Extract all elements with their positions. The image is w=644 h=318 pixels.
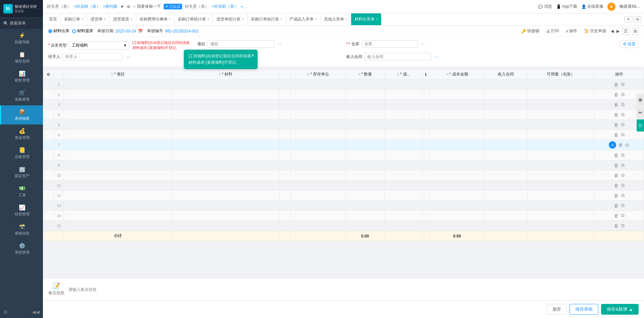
delete-row-btn[interactable]: 🗑 xyxy=(613,162,619,169)
copy-row-btn[interactable]: ⧉ xyxy=(621,202,625,209)
topbar-link6[interactable]: +... xyxy=(241,4,247,9)
delete-row-btn[interactable]: 🗑 xyxy=(613,81,619,88)
delete-row-btn[interactable]: 🗑 xyxy=(613,152,619,159)
print-btn[interactable]: 🖨 打印 xyxy=(544,28,561,35)
radio-material-out[interactable]: 材料出库 xyxy=(48,28,69,34)
topbar-link4[interactable]: 好生意（首） xyxy=(185,4,209,9)
topbar-link5[interactable]: +好业财（首） xyxy=(212,4,238,9)
tab-incoming-return[interactable]: 进货退货× xyxy=(110,13,136,25)
settings-btn[interactable]: ⚙ 设置 xyxy=(620,40,639,48)
delete-row-btn[interactable]: 🗑 xyxy=(613,131,619,138)
tab-layout[interactable]: ⊟ xyxy=(634,16,641,22)
tab-close[interactable]: × xyxy=(82,17,84,21)
topbar-experience[interactable]: ○ 我要体验一下 xyxy=(133,4,161,9)
tab-close[interactable]: × xyxy=(315,17,317,21)
delete-row-btn[interactable]: 🗑 xyxy=(613,182,619,189)
topbar-app[interactable]: 📱 App下载 xyxy=(556,4,577,9)
handler-dots[interactable]: ··· xyxy=(126,54,130,59)
topbar-settings-icon[interactable]: ⚙ xyxy=(127,4,130,9)
warehouse-input[interactable] xyxy=(361,40,418,48)
delete-row-btn[interactable]: 🗑 xyxy=(613,202,619,209)
th-sort-icon5[interactable]: ⇅ xyxy=(397,72,399,76)
delete-row-btn[interactable]: 🗑 xyxy=(613,212,619,219)
biz-type-select[interactable]: 工程领料 ▾ xyxy=(69,41,129,50)
delete-row-btn[interactable]: 🗑 xyxy=(613,91,619,98)
delete-row-btn[interactable]: 🗑 xyxy=(618,142,624,148)
tab-incoming-stats[interactable]: 进货单统计表× xyxy=(213,13,248,25)
warehouse-dots[interactable]: ··· xyxy=(421,41,425,47)
delete-row-btn[interactable]: 🗑 xyxy=(613,172,619,179)
delete-row-btn[interactable]: 🗑 xyxy=(613,121,619,128)
tab-purchase-order[interactable]: 采购订单× xyxy=(61,13,87,25)
delete-row-btn[interactable]: 🗑 xyxy=(613,101,619,108)
view-list-btn[interactable]: ☰ xyxy=(622,28,629,35)
tab-incoming[interactable]: 进货单× xyxy=(87,13,110,25)
next-btn[interactable]: ▶ xyxy=(616,29,620,34)
tab-close[interactable]: × xyxy=(169,17,171,21)
sidebar-item-inventory[interactable]: 📦 库存核算 xyxy=(0,105,43,124)
handler-input[interactable] xyxy=(62,53,123,60)
th-sort-icon6[interactable]: ⇅ xyxy=(446,72,449,76)
tab-close[interactable]: × xyxy=(345,17,347,21)
copy-row-btn[interactable]: ⧉ xyxy=(621,182,625,189)
collapse-icon[interactable]: ◀◀ xyxy=(32,309,40,315)
sidebar-item-system[interactable]: ⚙️ 系统管理 xyxy=(0,239,43,258)
tab-close[interactable]: × xyxy=(130,17,132,21)
tab-product-storage[interactable]: 产成品入库单× xyxy=(286,13,321,25)
copy-row-btn[interactable]: ⧉ xyxy=(621,212,625,219)
topbar-link3[interactable]: +易代账 xyxy=(103,4,117,9)
tab-purchase-stats[interactable]: 采购订单统计表× xyxy=(174,13,213,25)
prev-btn[interactable]: ◀ xyxy=(611,29,614,34)
cell-material-7[interactable] xyxy=(172,140,279,150)
sidebar-search[interactable]: 🔍 搜索菜单 xyxy=(0,18,43,29)
history-btn[interactable]: 📜 历史单据 xyxy=(582,28,608,35)
tab-close-all[interactable]: ✕ xyxy=(625,16,632,22)
sidebar-item-purchase[interactable]: 🛒 采购管理 xyxy=(0,86,43,105)
tab-close[interactable]: × xyxy=(104,17,106,21)
topbar-link1[interactable]: 好生意（首） xyxy=(47,4,71,9)
sidebar-item-project[interactable]: 📋 项目合同 xyxy=(0,48,43,67)
th-settings[interactable]: ⚙ xyxy=(43,69,54,80)
save-new-button[interactable]: 保存&新增 ▲ xyxy=(601,304,639,315)
right-float-btn2[interactable]: ✏ xyxy=(637,107,644,119)
remark-input[interactable] xyxy=(68,287,203,292)
delete-row-btn[interactable]: 🗑 xyxy=(613,192,619,199)
tab-close[interactable]: × xyxy=(376,17,378,21)
add-row-btn[interactable]: + xyxy=(609,141,616,149)
tab-home[interactable]: 首页 xyxy=(46,13,61,25)
settings-icon[interactable]: ⚙ xyxy=(3,309,8,315)
copy-row-btn[interactable]: ⧉ xyxy=(621,131,625,138)
tab-purchase-exec[interactable]: 采购订单执行表× xyxy=(248,13,286,25)
sidebar-item-basic[interactable]: 🗃️ 基础信息 xyxy=(0,220,43,239)
th-sort-icon[interactable]: ⇅ xyxy=(111,72,113,76)
discard-button[interactable]: 放弃 xyxy=(547,304,567,315)
sidebar-item-ops[interactable]: 📈 经营管理 xyxy=(0,201,43,220)
topbar-link2[interactable]: +好业财（首） xyxy=(74,4,100,9)
user-avatar[interactable]: 畅 xyxy=(607,3,615,11)
copy-row-btn[interactable]: ⧉ xyxy=(621,162,625,169)
copy-row-btn[interactable]: ⧉ xyxy=(621,111,625,118)
tab-purchase-fee[interactable]: 采购费用分摊单× xyxy=(136,13,175,25)
tab-close[interactable]: × xyxy=(207,17,209,21)
cell-project-7[interactable] xyxy=(64,140,172,150)
topbar-msg[interactable]: 💬 消息 xyxy=(538,4,552,9)
col-settings-icon[interactable]: ⚙ xyxy=(47,72,50,77)
copy-row-btn[interactable]: ⧉ xyxy=(621,152,625,159)
view-grid-btn[interactable]: ⊞ xyxy=(632,28,639,35)
copy-row-btn[interactable]: ⧉ xyxy=(621,222,625,229)
tab-material-out[interactable]: 材料出库单× xyxy=(351,13,382,25)
tab-other-storage[interactable]: 其他入库单× xyxy=(321,13,351,25)
save-draft-button[interactable]: 保存草稿 xyxy=(570,304,598,315)
right-float-btn1[interactable]: ⊞ xyxy=(637,94,644,106)
delete-row-btn[interactable]: 🗑 xyxy=(613,111,619,118)
sidebar-item-assets[interactable]: 🏢 固定资产 xyxy=(0,163,43,182)
copy-row-btn[interactable]: ⧉ xyxy=(621,101,625,108)
delete-row-btn[interactable]: 🗑 xyxy=(613,222,619,229)
sidebar-item-quick-nav[interactable]: ⚡ 快捷导航 xyxy=(0,29,43,48)
project-dots[interactable]: ··· xyxy=(278,41,282,47)
topbar-more[interactable]: ▼ xyxy=(120,4,124,9)
copy-row-btn[interactable]: ⧉ xyxy=(625,142,630,149)
copy-row-btn[interactable]: ⧉ xyxy=(621,91,625,98)
copy-row-btn[interactable]: ⧉ xyxy=(621,121,625,128)
sidebar-item-finance[interactable]: 💰 资金管理 xyxy=(0,124,43,144)
